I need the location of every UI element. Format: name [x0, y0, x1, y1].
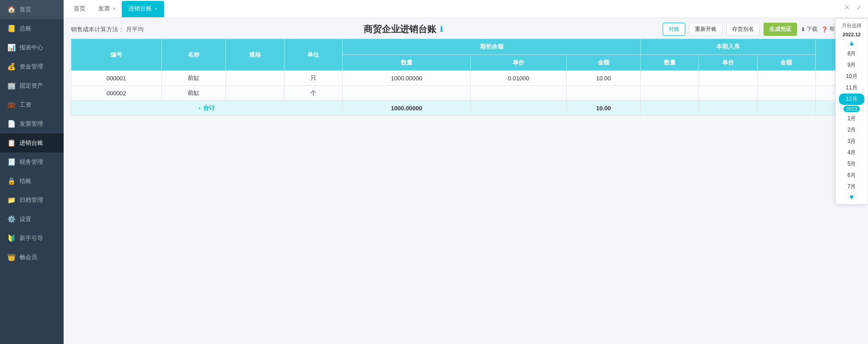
window-controls: ✕ ⤢ [838, 0, 868, 15]
row1-opening-qty: 1000.00000 [343, 71, 471, 86]
tab-bar: 首页 发票 × 进销台账 × [64, 0, 868, 18]
row1-opening-amount: 10.00 [566, 71, 640, 86]
sales-cost-info: 销售成本计算方法： 月平均 [71, 25, 144, 34]
sidebar-item-label: 设置 [20, 215, 31, 223]
row2-in-qty [641, 86, 699, 101]
invoice-mgmt-icon: 📄 [7, 120, 16, 128]
ledger-icon: 📒 [7, 25, 16, 33]
sidebar-item-label: 新手引导 [20, 234, 43, 242]
funds-icon: 💰 [7, 63, 16, 71]
main-table: 编号 名称 规格 单位 期初余额 本期入库 数 数量 单价 金额 数量 单价 [71, 39, 861, 116]
sidebar-item-ledger[interactable]: 📒 总账 [0, 19, 64, 38]
month-item-1[interactable]: 1月 [836, 113, 868, 124]
total-label: 合计 [203, 104, 215, 111]
total-icon: ▪ [199, 105, 200, 111]
tab-invoice-close[interactable]: × [113, 6, 115, 11]
info-icon: ℹ [440, 25, 443, 34]
month-prev-button[interactable]: ▲ [847, 38, 856, 48]
sidebar-item-settings[interactable]: ⚙️ 设置 [0, 210, 64, 229]
month-item-5[interactable]: 5月 [836, 158, 868, 170]
month-selector-title: 月份选择 [840, 20, 863, 30]
month-selector-year: 2022.12 [841, 30, 863, 38]
col-opening-amount: 金额 [566, 55, 640, 71]
home-icon: 🏠 [7, 5, 16, 14]
toolbar-actions: 对账 重新开账 存货别名 生成凭证 ⬇ 下载 ❓ 帮助 ↻ 刷新 [663, 23, 861, 36]
close-account-icon: 🔒 [7, 177, 16, 185]
total-opening-qty: 1000.00000 [343, 101, 471, 116]
sidebar-item-guide[interactable]: 🔰 新手引导 [0, 229, 64, 248]
guide-icon: 🔰 [7, 234, 16, 242]
row2-in-amount [757, 86, 815, 101]
page-title-text: 商贸企业进销台账 [364, 23, 436, 35]
sidebar-item-label: 结账 [20, 177, 31, 185]
col-in-qty: 数量 [641, 55, 699, 71]
sales-cost-value: 月平均 [126, 26, 144, 33]
sidebar-item-label: 工资 [20, 101, 31, 109]
toolbar: 销售成本计算方法： 月平均 商贸企业进销台账 ℹ 对账 重新开账 存货别名 生成… [64, 18, 868, 39]
tax-icon: 🧾 [7, 158, 16, 166]
sidebar-item-purchase-sales[interactable]: 📋 进销台账 [0, 133, 64, 152]
col-opening-balance: 期初余额 [343, 39, 641, 55]
month-item-6[interactable]: 6月 [836, 170, 868, 181]
sidebar: 🏠 首页 📒 总账 📊 报表中心 💰 资金管理 🏢 固定资产 💼 工资 📄 发票… [0, 0, 64, 344]
tab-home[interactable]: 首页 [67, 1, 92, 17]
month-item-10[interactable]: 10月 [836, 71, 868, 82]
month-selector-panel: 月份选择 2022.12 ▲ 8月 9月 10月 11月 12月 2023 1月… [835, 18, 868, 205]
tab-invoice[interactable]: 发票 × [92, 1, 122, 17]
month-item-9[interactable]: 9月 [836, 59, 868, 71]
tab-purchase-sales-label: 进销台账 [128, 5, 152, 13]
download-button[interactable]: ⬇ 下载 [801, 25, 818, 33]
archive-icon: 📁 [7, 196, 16, 204]
sidebar-item-reports[interactable]: 📊 报表中心 [0, 38, 64, 57]
month-item-4[interactable]: 4月 [836, 147, 868, 158]
sidebar-item-assets[interactable]: 🏢 固定资产 [0, 76, 64, 95]
assets-icon: 🏢 [7, 82, 16, 90]
sidebar-item-home[interactable]: 🏠 首页 [0, 0, 64, 19]
page-title: 商贸企业进销台账 ℹ [364, 23, 443, 35]
month-item-3[interactable]: 3月 [836, 136, 868, 147]
generate-voucher-button[interactable]: 生成凭证 [763, 23, 797, 36]
col-name: 名称 [161, 39, 226, 71]
tab-purchase-sales-close[interactable]: × [155, 6, 157, 11]
tab-purchase-sales[interactable]: 进销台账 × [122, 1, 164, 17]
month-item-12[interactable]: 12月 [839, 93, 864, 105]
month-item-2[interactable]: 2月 [836, 124, 868, 136]
sidebar-item-close-account[interactable]: 🔒 结账 [0, 172, 64, 191]
row2-code: 000002 [71, 86, 162, 101]
save-alias-button[interactable]: 存货别名 [726, 23, 760, 36]
sidebar-item-funds[interactable]: 💰 资金管理 [0, 57, 64, 76]
col-in-amount: 金额 [757, 55, 815, 71]
reconcile-button[interactable]: 对账 [663, 23, 685, 36]
row1-code: 000001 [71, 71, 162, 86]
reopen-button[interactable]: 重新开账 [689, 23, 723, 36]
sidebar-item-label: 报表中心 [20, 44, 43, 52]
sidebar-item-label: 总账 [20, 25, 31, 33]
sidebar-item-archive[interactable]: 📁 归档管理 [0, 191, 64, 210]
sidebar-item-tax[interactable]: 🧾 税务管理 [0, 152, 64, 172]
row1-in-amount [757, 71, 815, 86]
col-current-in: 本期入库 [641, 39, 816, 55]
total-opening-price [471, 101, 567, 116]
month-item-11[interactable]: 11月 [836, 82, 868, 93]
row1-opening-price: 0.01000 [471, 71, 567, 86]
year-badge-2023: 2023 [843, 106, 860, 112]
help-icon: ❓ [821, 26, 828, 33]
row1-in-price [699, 71, 757, 86]
main-area: ✕ ⤢ 首页 发票 × 进销台账 × 销售成本计算方法： 月平均 商贸企业进销台… [64, 0, 868, 344]
month-item-7[interactable]: 7月 [836, 181, 868, 192]
row2-opening-amount [566, 86, 640, 101]
row1-in-qty [641, 71, 699, 86]
sidebar-item-invoice-mgmt[interactable]: 📄 发票管理 [0, 114, 64, 133]
maximize-button[interactable]: ⤢ [854, 3, 863, 12]
sidebar-item-label: 归档管理 [20, 196, 43, 204]
sidebar-item-label: 资金管理 [20, 63, 43, 71]
close-button[interactable]: ✕ [843, 3, 852, 12]
month-next-button[interactable]: ▼ [847, 192, 856, 202]
month-item-8[interactable]: 8月 [836, 48, 868, 59]
table-row: 000001 前缸 只 1000.00000 0.01000 10.00 [71, 71, 861, 86]
sidebar-item-label: 固定资产 [20, 82, 43, 90]
sidebar-item-label: 进销台账 [20, 139, 43, 147]
sidebar-item-member[interactable]: 👑 畅会员 [0, 248, 64, 267]
sidebar-item-salary[interactable]: 💼 工资 [0, 95, 64, 114]
row2-name: 前缸 [161, 86, 226, 101]
